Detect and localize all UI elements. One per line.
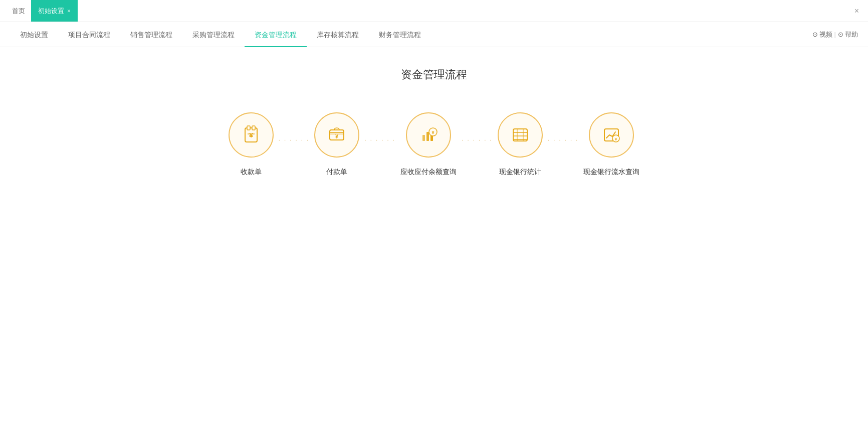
flow-connector-2: · · · · · ·	[364, 136, 395, 143]
svg-rect-8	[426, 132, 429, 141]
flow-item-balance-query[interactable]: ¥ 应收应付余额查询	[400, 112, 457, 177]
tab-close-icon[interactable]: ×	[67, 8, 71, 15]
svg-text:¥: ¥	[249, 131, 253, 139]
home-link[interactable]: 首页	[6, 7, 31, 16]
nav-bar: 初始设置 项目合同流程 销售管理流程 采购管理流程 资金管理流程 库存核算流程 …	[0, 22, 868, 47]
svg-rect-7	[422, 135, 425, 141]
svg-rect-1	[247, 126, 250, 130]
svg-rect-2	[252, 126, 255, 130]
balance-icon-circle[interactable]: ¥	[406, 112, 451, 158]
video-circle-icon: ⊙	[812, 31, 818, 38]
help-circle-icon: ⊙	[838, 31, 843, 38]
flow-item-payment[interactable]: ¥ 付款单	[314, 112, 359, 177]
active-tab-label: 初始设置	[38, 7, 64, 16]
help-link[interactable]: ⊙ 帮助	[838, 30, 858, 39]
nav-item-purchase-management[interactable]: 采购管理流程	[182, 22, 245, 47]
svg-text:¥: ¥	[335, 133, 339, 139]
video-label: 视频	[819, 30, 832, 39]
nav-right: ⊙ 视频 | ⊙ 帮助	[812, 30, 858, 39]
payment-label: 付款单	[326, 168, 347, 177]
receipt-icon-circle[interactable]: ¥	[229, 112, 274, 158]
nav-item-inventory-accounting[interactable]: 库存核算流程	[307, 22, 369, 47]
flow-item-cash-flow-query[interactable]: ¥ 现金银行流水查询	[583, 112, 639, 177]
nav-separator: |	[834, 31, 836, 38]
nav-item-initial-setup[interactable]: 初始设置	[10, 22, 58, 47]
nav-item-funds-management[interactable]: 资金管理流程	[245, 22, 307, 47]
svg-text:¥: ¥	[615, 137, 617, 141]
cash-flow-icon-circle[interactable]: ¥	[589, 112, 634, 158]
balance-query-label: 应收应付余额查询	[400, 168, 457, 177]
nav-item-financial-management[interactable]: 财务管理流程	[369, 22, 431, 47]
cash-flow-icon: ¥	[600, 124, 622, 146]
bank-stats-icon	[509, 124, 531, 146]
top-bar: 首页 初始设置 × ×	[0, 0, 868, 22]
nav-item-sales-management[interactable]: 销售管理流程	[120, 22, 182, 47]
balance-icon: ¥	[417, 124, 440, 146]
flow-row: ¥ 收款单 · · · · · · ¥ 付款单	[30, 112, 838, 177]
flow-item-cash-bank-stats[interactable]: 现金银行统计	[498, 112, 543, 177]
receipt-icon: ¥	[240, 124, 262, 146]
top-bar-right: ×	[851, 7, 862, 16]
cash-bank-stats-label: 现金银行统计	[499, 168, 541, 177]
payment-icon-circle[interactable]: ¥	[314, 112, 359, 158]
cash-flow-query-label: 现金银行流水查询	[583, 168, 639, 177]
main-content: 资金管理流程 ¥ 收款单 · · · · · ·	[0, 47, 868, 444]
svg-text:¥: ¥	[431, 130, 434, 135]
receipt-label: 收款单	[241, 168, 262, 177]
flow-item-receipt[interactable]: ¥ 收款单	[229, 112, 274, 177]
flow-connector-3: · · · · · ·	[462, 136, 493, 143]
window-close-button[interactable]: ×	[851, 7, 862, 16]
help-label: 帮助	[845, 30, 858, 39]
flow-connector-1: · · · · · ·	[279, 136, 310, 143]
active-tab[interactable]: 初始设置 ×	[31, 0, 78, 22]
page-title: 资金管理流程	[30, 67, 838, 82]
flow-connector-4: · · · · · ·	[548, 136, 579, 143]
bank-stats-icon-circle[interactable]	[498, 112, 543, 158]
nav-item-project-contract[interactable]: 项目合同流程	[58, 22, 120, 47]
payment-icon: ¥	[326, 124, 348, 146]
video-link[interactable]: ⊙ 视频	[812, 30, 832, 39]
